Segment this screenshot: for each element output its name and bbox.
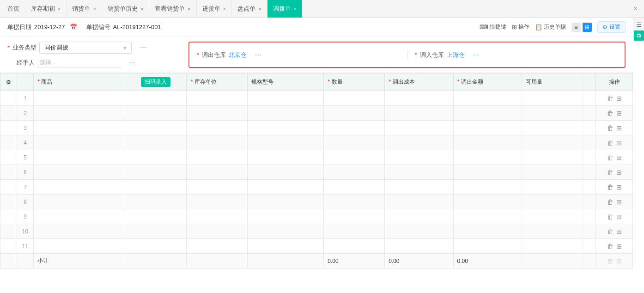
tab-sales-history-close[interactable]: ×	[140, 6, 143, 12]
cell-amount[interactable]	[453, 106, 522, 121]
tab-view-sales-close[interactable]: ×	[188, 6, 190, 12]
cell-qty[interactable]	[324, 91, 385, 106]
cell-cost[interactable]	[385, 180, 453, 195]
delete-row-button[interactable]: 🗑	[606, 154, 615, 161]
cell-cost[interactable]	[385, 239, 453, 254]
copy-row-button[interactable]: ⊞	[615, 95, 623, 102]
cell-qty[interactable]	[324, 224, 385, 239]
cell-unit[interactable]	[187, 91, 248, 106]
cell-qty[interactable]	[324, 239, 385, 254]
cell-unit[interactable]	[187, 121, 248, 135]
cell-qty[interactable]	[324, 106, 385, 121]
tab-sales-history[interactable]: 销货单历史 ×	[102, 0, 149, 18]
cell-product[interactable]	[34, 165, 125, 180]
cell-spec[interactable]	[248, 165, 324, 180]
tab-sales-order-close[interactable]: ×	[93, 6, 96, 12]
delete-row-button[interactable]: 🗑	[606, 124, 615, 132]
delete-row-button[interactable]: 🗑	[606, 228, 615, 235]
cell-unit[interactable]	[187, 180, 248, 195]
copy-row-button[interactable]: ⊞	[615, 183, 623, 191]
cell-product[interactable]	[34, 91, 125, 106]
close-all-button[interactable]: ×	[629, 5, 642, 13]
cell-amount[interactable]	[453, 121, 522, 135]
delete-row-button[interactable]: 🗑	[606, 183, 615, 191]
cell-spec[interactable]	[248, 135, 324, 150]
cell-cost[interactable]	[385, 209, 453, 224]
delete-row-button[interactable]: 🗑	[606, 169, 615, 176]
sidebar-external-icon[interactable]: ⧉	[634, 31, 644, 41]
cell-qty[interactable]	[324, 195, 385, 209]
tab-transfer[interactable]: 调拨单 ×	[267, 0, 302, 18]
cell-product[interactable]	[34, 150, 125, 165]
cell-qty[interactable]	[324, 135, 385, 150]
delete-row-button[interactable]: 🗑	[606, 110, 615, 117]
cell-product[interactable]	[34, 224, 125, 239]
tab-inventory-init[interactable]: 库存期初 ×	[25, 0, 67, 18]
cell-cost[interactable]	[385, 91, 453, 106]
cell-product[interactable]	[34, 195, 125, 209]
tab-view-sales[interactable]: 查看销货单 ×	[149, 0, 196, 18]
cell-amount[interactable]	[453, 224, 522, 239]
tab-stocktake[interactable]: 盘点单 ×	[232, 0, 267, 18]
cell-cost[interactable]	[385, 121, 453, 135]
handler-more-icon[interactable]: ···	[127, 59, 137, 67]
cell-spec[interactable]	[248, 209, 324, 224]
view-list-button[interactable]: ≡	[571, 23, 581, 32]
table-gear-icon[interactable]: ⚙	[6, 79, 11, 85]
cell-amount[interactable]	[453, 209, 522, 224]
delete-row-button[interactable]: 🗑	[606, 198, 615, 206]
cell-unit[interactable]	[187, 106, 248, 121]
cell-amount[interactable]	[453, 239, 522, 254]
in-warehouse-more-icon[interactable]: ···	[471, 51, 481, 59]
out-warehouse-more-icon[interactable]: ···	[253, 51, 263, 59]
delete-row-button[interactable]: 🗑	[606, 95, 615, 102]
cell-unit[interactable]	[187, 224, 248, 239]
cell-spec[interactable]	[248, 180, 324, 195]
cell-spec[interactable]	[248, 106, 324, 121]
cell-product[interactable]	[34, 135, 125, 150]
tab-home[interactable]: 首页	[2, 0, 25, 18]
tab-purchase[interactable]: 进货单 ×	[197, 0, 232, 18]
cell-product[interactable]	[34, 209, 125, 224]
copy-row-button[interactable]: ⊞	[615, 124, 623, 132]
cell-amount[interactable]	[453, 91, 522, 106]
cell-qty[interactable]	[324, 165, 385, 180]
cell-qty[interactable]	[324, 209, 385, 224]
cell-unit[interactable]	[187, 135, 248, 150]
cell-amount[interactable]	[453, 135, 522, 150]
business-type-select[interactable]: 同价调拨 ▾	[39, 42, 132, 54]
copy-row-button[interactable]: ⊞	[615, 154, 623, 161]
tab-stocktake-close[interactable]: ×	[258, 6, 261, 12]
cell-product[interactable]	[34, 106, 125, 121]
copy-row-button[interactable]: ⊞	[615, 213, 623, 220]
scan-button[interactable]: 扫码录入	[141, 77, 170, 87]
copy-row-button[interactable]: ⊞	[615, 110, 623, 117]
view-grid-button[interactable]: ⊞	[583, 23, 592, 32]
cell-unit[interactable]	[187, 165, 248, 180]
shortcut-button[interactable]: ⌨ 快捷键	[480, 23, 506, 31]
cell-qty[interactable]	[324, 180, 385, 195]
cell-product[interactable]	[34, 180, 125, 195]
cell-cost[interactable]	[385, 224, 453, 239]
handler-select[interactable]: 选择...	[37, 57, 121, 68]
cell-spec[interactable]	[248, 91, 324, 106]
in-warehouse-value[interactable]: 上海仓	[447, 51, 465, 59]
tab-transfer-close[interactable]: ×	[294, 6, 297, 12]
cell-spec[interactable]	[248, 224, 324, 239]
cell-cost[interactable]	[385, 150, 453, 165]
delete-row-button[interactable]: 🗑	[606, 139, 615, 146]
tab-inventory-init-close[interactable]: ×	[58, 6, 61, 12]
cell-amount[interactable]	[453, 150, 522, 165]
tab-purchase-close[interactable]: ×	[223, 6, 226, 12]
sidebar-list-icon[interactable]: ☰	[634, 19, 644, 30]
out-warehouse-value[interactable]: 北京仓	[229, 51, 247, 59]
copy-row-button[interactable]: ⊞	[615, 228, 623, 235]
cell-cost[interactable]	[385, 106, 453, 121]
cell-amount[interactable]	[453, 165, 522, 180]
cell-unit[interactable]	[187, 150, 248, 165]
cell-amount[interactable]	[453, 180, 522, 195]
cell-product[interactable]	[34, 121, 125, 135]
cell-spec[interactable]	[248, 195, 324, 209]
cell-unit[interactable]	[187, 195, 248, 209]
tab-sales-order[interactable]: 销货单 ×	[67, 0, 102, 18]
